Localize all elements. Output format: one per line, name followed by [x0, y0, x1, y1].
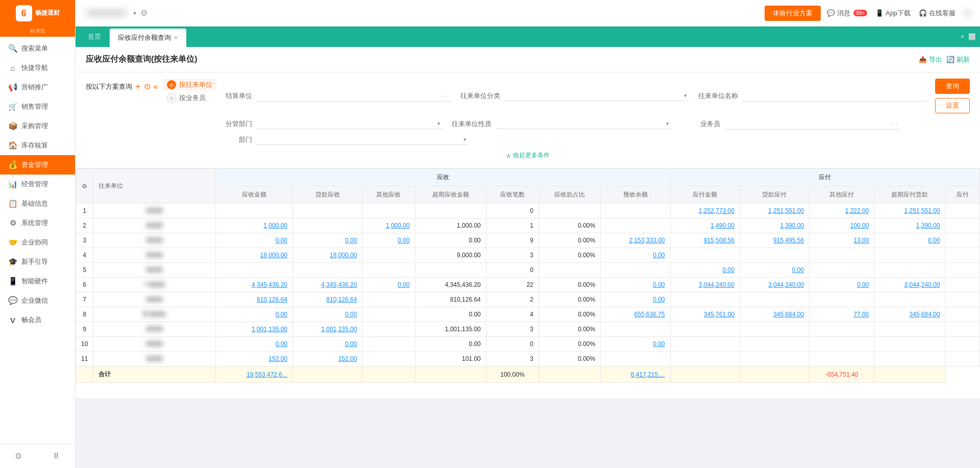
sidebar-item-finance[interactable]: 💰 资金管理: [0, 155, 75, 175]
tab-close-all-icon[interactable]: ×: [961, 33, 964, 40]
online-service-btn[interactable]: 🎧 在线客服: [919, 9, 955, 18]
sidebar-item-wechat[interactable]: 💬 企业微信: [0, 291, 75, 310]
sidebar-item-purchase[interactable]: 📦 采购管理: [0, 116, 75, 136]
row-rec-other[interactable]: [362, 248, 415, 263]
row-rec-loan[interactable]: [293, 263, 362, 278]
collapse-btn[interactable]: ∧ 收起更多条件: [86, 149, 970, 162]
row-pay-overdue[interactable]: [874, 337, 945, 352]
row-pay-other[interactable]: [810, 337, 874, 352]
row-rec-amount[interactable]: 1,001,135.00: [215, 322, 292, 337]
row-pay-loan[interactable]: [740, 322, 809, 337]
row-rec-other[interactable]: [362, 322, 415, 337]
table-settings-icon[interactable]: ⚙: [82, 183, 87, 190]
settings-btn[interactable]: 设置: [935, 98, 970, 113]
tab-close-icon[interactable]: ×: [174, 34, 178, 41]
row-rec-other[interactable]: [362, 204, 415, 218]
row-pay-loan[interactable]: 345,684.00: [740, 307, 809, 322]
tab-home[interactable]: 首页: [80, 27, 110, 47]
row-advance[interactable]: [601, 322, 670, 337]
row-rec-amount[interactable]: [215, 204, 292, 218]
row-rec-amount[interactable]: 1,000.00: [215, 218, 292, 233]
row-advance[interactable]: 655,636.75: [601, 307, 670, 322]
sidebar-item-member[interactable]: V 畅会员: [0, 310, 75, 330]
row-pay-loan[interactable]: 3,044,240.00: [740, 278, 809, 292]
message-btn[interactable]: 💬 消息 99+: [827, 9, 867, 18]
settlement-unit-input[interactable]: ···: [256, 90, 451, 102]
scheme-item-salesman[interactable]: ⊙ 按业务员: [163, 92, 216, 104]
dropdown-chevron-icon[interactable]: ▾: [133, 10, 136, 17]
row-pay-other[interactable]: 1,222.00: [810, 204, 874, 218]
dept2-select[interactable]: ▾: [256, 135, 469, 145]
row-rec-other[interactable]: [362, 307, 415, 322]
row-pay-overdue[interactable]: [874, 292, 945, 307]
row-pay-other[interactable]: [810, 263, 874, 278]
sidebar-item-operations[interactable]: 📊 经营管理: [0, 175, 75, 194]
row-advance[interactable]: 0.00: [601, 278, 670, 292]
row-pay-overdue[interactable]: 0.00: [874, 233, 945, 248]
partner-name-input[interactable]: [742, 90, 927, 102]
tab-receivable-query[interactable]: 应收应付余额查询 ×: [110, 29, 186, 47]
row-advance[interactable]: 0.00: [601, 248, 670, 263]
row-pay-amount[interactable]: [670, 352, 740, 366]
salesman-field[interactable]: [726, 120, 890, 128]
row-rec-amount[interactable]: 0.00: [215, 337, 292, 352]
row-pay-other[interactable]: 13.00: [810, 233, 874, 248]
settings-icon[interactable]: ⚙: [140, 8, 148, 18]
row-pay-loan[interactable]: 1,251,551.00: [740, 204, 809, 218]
dept-select[interactable]: ▾: [256, 119, 443, 129]
sidebar-item-basic-info[interactable]: 📋 基础信息: [0, 194, 75, 213]
trial-btn[interactable]: 体验行业方案: [765, 6, 821, 21]
row-pay-other[interactable]: [810, 248, 874, 263]
row-pay-amount[interactable]: 3,044,240.00: [670, 278, 740, 292]
row-rec-loan[interactable]: 810,126.64: [293, 292, 362, 307]
row-rec-other[interactable]: [362, 337, 415, 352]
row-pay-loan[interactable]: 915,495.56: [740, 233, 809, 248]
refresh-btn[interactable]: 🔄 刷新: [946, 55, 970, 64]
tab-expand-icon[interactable]: ⬜: [968, 33, 976, 40]
row-pay-other[interactable]: [810, 352, 874, 366]
partner-nature-select[interactable]: ▾: [496, 119, 672, 129]
partner-category-select[interactable]: ▾: [504, 91, 689, 101]
row-rec-loan[interactable]: 0.00: [293, 307, 362, 322]
row-rec-amount[interactable]: 18,000.00: [215, 248, 292, 263]
app-download-btn[interactable]: 📱 App下载: [875, 9, 911, 18]
row-rec-other[interactable]: 0.00: [362, 233, 415, 248]
row-pay-overdue[interactable]: [874, 248, 945, 263]
sidebar-item-hardware[interactable]: 📱 智能硬件: [0, 272, 75, 291]
row-rec-loan[interactable]: 0.00: [293, 337, 362, 352]
row-advance[interactable]: [601, 263, 670, 278]
sidebar-item-cooperation[interactable]: 🤝 企业协同: [0, 233, 75, 252]
row-advance[interactable]: 2,153,333.00: [601, 233, 670, 248]
scheme-settings-icon[interactable]: ⊙: [144, 82, 151, 91]
row-advance[interactable]: 0.00: [601, 292, 670, 307]
settlement-unit-field[interactable]: [258, 92, 441, 100]
row-pay-other[interactable]: [810, 322, 874, 337]
row-pay-amount[interactable]: [670, 248, 740, 263]
row-rec-amount[interactable]: 810,126.64: [215, 292, 292, 307]
row-rec-other[interactable]: [362, 292, 415, 307]
partner-name-field[interactable]: [744, 92, 925, 100]
row-pay-loan[interactable]: 0.00: [740, 263, 809, 278]
row-pay-loan[interactable]: [740, 352, 809, 366]
row-rec-other[interactable]: [362, 263, 415, 278]
row-pay-overdue[interactable]: 345,684.00: [874, 307, 945, 322]
row-pay-other[interactable]: [810, 292, 874, 307]
row-advance[interactable]: [601, 204, 670, 218]
export-btn[interactable]: 📤 导出: [919, 55, 942, 64]
row-pay-overdue[interactable]: 3,044,240.00: [874, 278, 945, 292]
row-advance[interactable]: [601, 218, 670, 233]
row-rec-amount[interactable]: 152.00: [215, 352, 292, 366]
row-rec-loan[interactable]: 4,345,436.20: [293, 278, 362, 292]
row-pay-other[interactable]: 77.00: [810, 307, 874, 322]
row-pay-amount[interactable]: 915,508.56: [670, 233, 740, 248]
row-pay-amount[interactable]: 345,761.00: [670, 307, 740, 322]
row-rec-loan[interactable]: [293, 204, 362, 218]
sidebar-item-system[interactable]: ⚙ 系统管理: [0, 213, 75, 233]
row-pay-overdue[interactable]: [874, 352, 945, 366]
row-rec-other[interactable]: [362, 352, 415, 366]
row-pay-amount[interactable]: [670, 292, 740, 307]
scheme-collapse-icon[interactable]: «: [154, 82, 158, 91]
row-pay-other[interactable]: 100.00: [810, 218, 874, 233]
sidebar-item-sales[interactable]: 🛒 销售管理: [0, 97, 75, 116]
row-pay-amount[interactable]: [670, 337, 740, 352]
